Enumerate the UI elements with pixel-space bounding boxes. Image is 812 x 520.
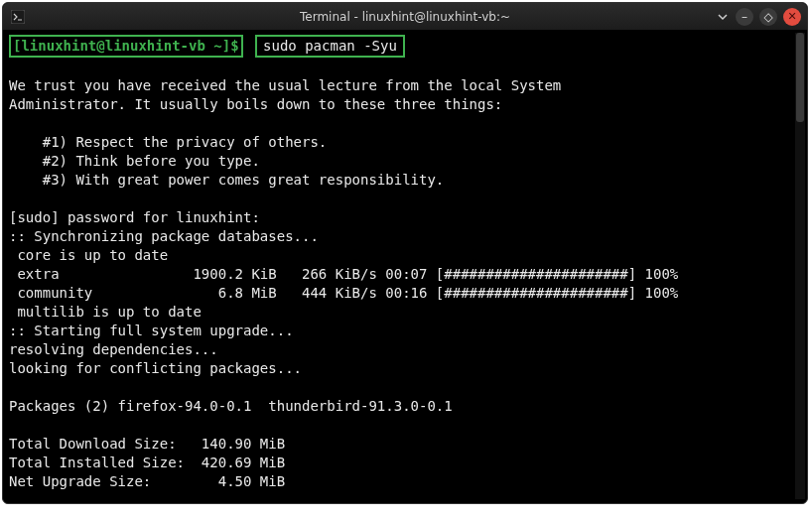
scrollbar[interactable]: [795, 33, 805, 499]
term-line: #2) Think before you type.: [9, 153, 260, 169]
term-line: Administrator. It usually boils down to …: [9, 96, 502, 112]
term-line: Net Upgrade Size: 4.50 MiB: [9, 473, 285, 489]
term-line: [sudo] password for linuxhint:: [9, 209, 260, 225]
close-button[interactable]: ✕: [783, 8, 801, 26]
term-line: Total Download Size: 140.90 MiB: [9, 436, 285, 452]
window-controls: – ◇ ✕: [716, 8, 801, 26]
prompt-user-host: [linuxhint@linuxhint-vb ~]: [13, 38, 230, 54]
term-line: :: Starting full system upgrade...: [9, 323, 294, 338]
term-line: :: Synchronizing package databases...: [9, 228, 319, 244]
titlebar: Terminal - linuxhint@linuxhint-vb:~ – ◇ …: [3, 3, 807, 31]
chevron-down-icon[interactable]: [716, 10, 730, 24]
scrollbar-thumb[interactable]: [796, 33, 804, 122]
window-title: Terminal - linuxhint@linuxhint-vb:~: [3, 10, 807, 24]
term-line: We trust you have received the usual lec…: [9, 77, 561, 93]
term-line: core is up to date: [9, 247, 168, 263]
command-box: sudo pacman -Syu: [255, 35, 405, 58]
term-line: #1) Respect the privacy of others.: [9, 134, 327, 150]
term-line: looking for conflicting packages...: [9, 360, 302, 376]
term-line: community 6.8 MiB 444 KiB/s 00:16 [#####…: [9, 285, 678, 301]
prompt-box: [linuxhint@linuxhint-vb ~]$: [9, 35, 243, 58]
maximize-button[interactable]: ◇: [759, 8, 777, 26]
term-line: #3) With great power comes great respons…: [9, 172, 444, 188]
term-line: resolving dependencies...: [9, 341, 218, 357]
term-line: extra 1900.2 KiB 266 KiB/s 00:07 [######…: [9, 266, 678, 282]
terminal-app-icon: [11, 10, 25, 24]
terminal-window: Terminal - linuxhint@linuxhint-vb:~ – ◇ …: [2, 2, 808, 504]
svg-rect-0: [11, 10, 25, 24]
term-line: Total Installed Size: 420.69 MiB: [9, 455, 285, 470]
prompt-dollar: $: [230, 38, 238, 54]
term-line: multilib is up to date: [9, 304, 202, 320]
terminal-body[interactable]: [linuxhint@linuxhint-vb ~]$ sudo pacman …: [3, 31, 807, 504]
minimize-button[interactable]: –: [736, 8, 753, 26]
term-line: Packages (2) firefox-94.0-0.1 thunderbir…: [9, 398, 453, 414]
